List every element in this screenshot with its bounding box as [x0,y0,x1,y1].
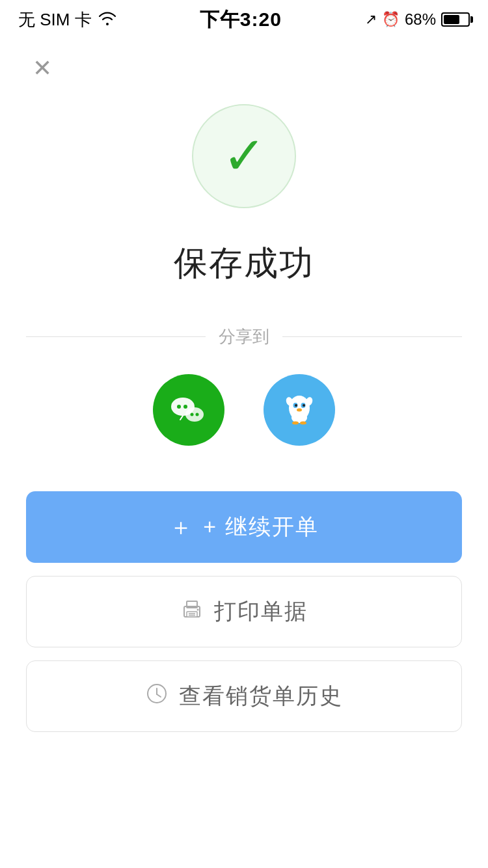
action-buttons: ＋ + 继续开单 打印单据 [26,491,462,732]
share-divider-row: 分享到 [26,325,462,348]
clock-icon [145,682,169,711]
qq-icon [277,387,322,433]
success-title: 保存成功 [174,241,314,286]
status-bar: 无 SIM 卡 下午3:20 ↗ ⏰ 68% [0,0,488,39]
svg-point-4 [191,413,194,416]
svg-point-2 [183,405,187,409]
printer-icon [180,597,204,626]
svg-point-9 [295,404,297,407]
print-receipt-label: 打印单据 [214,597,308,627]
continue-order-label: + 继续开单 [203,512,318,542]
battery-percent: 68% [405,10,436,29]
location-icon: ↗ [365,11,377,28]
divider-left [26,336,206,337]
close-button[interactable]: ✕ [26,52,59,85]
svg-point-14 [300,422,306,425]
continue-order-button[interactable]: ＋ + 继续开单 [26,491,462,563]
svg-point-12 [291,413,307,423]
no-sim-text: 无 SIM 卡 [18,8,92,31]
status-time: 下午3:20 [200,7,282,33]
plus-icon: ＋ [169,511,193,543]
view-history-button[interactable]: 查看销货单历史 [26,660,462,732]
status-left: 无 SIM 卡 [18,8,116,31]
svg-point-22 [197,609,199,611]
wechat-share-button[interactable] [153,374,224,446]
share-label: 分享到 [219,325,269,348]
svg-point-1 [177,405,181,409]
main-content: ✕ ✓ 保存成功 分享到 [0,39,488,868]
status-right: ↗ ⏰ 68% [365,10,470,29]
print-receipt-button[interactable]: 打印单据 [26,576,462,647]
svg-point-13 [292,422,299,425]
share-icons-row [153,374,335,446]
success-icon-wrapper: ✓ [192,104,296,208]
battery-icon [441,12,470,27]
svg-point-11 [297,409,302,412]
close-icon: ✕ [33,57,52,80]
view-history-label: 查看销货单历史 [179,681,343,711]
wifi-icon [98,10,116,30]
checkmark-icon: ✓ [223,130,266,182]
alarm-icon: ⏰ [382,11,400,28]
svg-rect-19 [187,612,197,617]
qq-share-button[interactable] [264,374,335,446]
divider-right [282,336,462,337]
svg-point-10 [303,404,305,407]
share-section: 分享到 [26,325,462,446]
svg-point-5 [196,413,199,416]
svg-line-25 [157,694,161,697]
svg-point-3 [185,407,204,422]
wechat-icon [166,387,211,433]
